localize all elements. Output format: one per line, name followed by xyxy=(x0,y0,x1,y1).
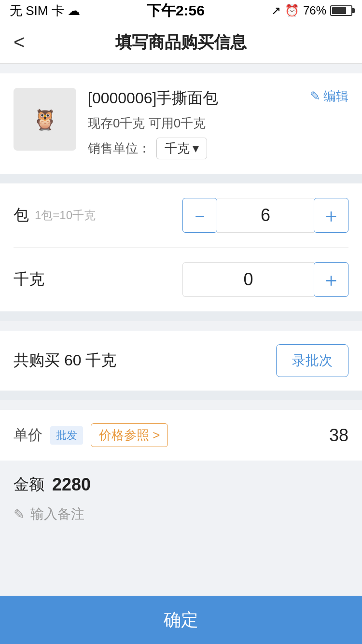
section-divider-2 xyxy=(0,311,362,321)
price-tag: 批发 xyxy=(50,426,83,445)
remark-row[interactable]: ✎ 输入备注 xyxy=(14,505,348,523)
product-unit-row: 销售单位： 千克 ▾ xyxy=(88,138,348,159)
qty-unit-kg: 千克 xyxy=(14,269,44,290)
amount-value: 2280 xyxy=(52,475,91,495)
battery-fill xyxy=(332,7,346,14)
qty-controls-kg: ＋ xyxy=(182,262,348,297)
status-left: 无 SIM 卡 ☁ xyxy=(10,2,80,19)
price-label: 单价 xyxy=(14,425,42,445)
amount-row: 金额 2280 xyxy=(14,474,348,495)
qty-input-kg[interactable] xyxy=(182,262,314,297)
quantity-section: 包 1包=10千克 － ＋ 千克 ＋ xyxy=(0,183,362,311)
back-button[interactable]: < xyxy=(14,31,25,53)
battery-level: 76% xyxy=(303,4,326,17)
price-section: 单价 批发 价格参照 > 38 xyxy=(0,410,362,461)
qty-label-kg: 千克 xyxy=(14,269,44,290)
qty-input-bao[interactable] xyxy=(217,198,314,233)
edit-icon: ✎ xyxy=(310,89,320,104)
qty-plus-bao[interactable]: ＋ xyxy=(314,198,348,233)
remark-label: 输入备注 xyxy=(30,505,84,523)
edit-label: 编辑 xyxy=(323,88,348,105)
amount-label: 金额 xyxy=(14,474,44,495)
total-batch-section: 共购买 60 千克 录批次 xyxy=(0,331,362,391)
qty-minus-bao[interactable]: － xyxy=(182,198,217,233)
dropdown-icon: ▾ xyxy=(193,141,199,156)
unit-label: 销售单位： xyxy=(88,140,151,157)
alarm-icon: ⏰ xyxy=(285,4,299,17)
confirm-button[interactable]: 确定 xyxy=(0,596,362,644)
product-name: [0000006]手撕面包 xyxy=(88,88,348,109)
price-ref-button[interactable]: 价格参照 > xyxy=(91,423,168,447)
location-icon: ↗ xyxy=(271,4,281,17)
quantity-row-bao: 包 1包=10千克 － ＋ xyxy=(14,183,348,248)
pencil-icon: ✎ xyxy=(14,506,25,522)
status-time: 下午2:56 xyxy=(147,1,205,21)
quantity-row-kg: 千克 ＋ xyxy=(14,248,348,311)
sim-status: 无 SIM 卡 ☁ xyxy=(10,2,80,19)
section-divider-3 xyxy=(0,391,362,400)
status-right: ↗ ⏰ 76% xyxy=(271,4,352,17)
nav-bar: < 填写商品购买信息 xyxy=(0,21,362,64)
status-bar: 无 SIM 卡 ☁ 下午2:56 ↗ ⏰ 76% xyxy=(0,0,362,21)
unit-value: 千克 xyxy=(165,140,190,157)
product-stock: 现存0千克 可用0千克 xyxy=(88,115,348,132)
confirm-button-label: 确定 xyxy=(164,608,198,632)
unit-select[interactable]: 千克 ▾ xyxy=(156,138,207,159)
amount-section: 金额 2280 ✎ 输入备注 xyxy=(0,461,362,533)
section-divider-1 xyxy=(0,174,362,183)
total-text: 共购买 60 千克 xyxy=(14,350,116,371)
product-image: 🦉 xyxy=(14,88,76,151)
qty-plus-kg[interactable]: ＋ xyxy=(314,262,348,297)
qty-hint-bao: 1包=10千克 xyxy=(35,208,96,223)
edit-button[interactable]: ✎ 编辑 xyxy=(310,88,348,105)
product-card: 🦉 [0000006]手撕面包 现存0千克 可用0千克 销售单位： 千克 ▾ ✎… xyxy=(0,73,362,174)
price-value: 38 xyxy=(329,425,348,446)
batch-button[interactable]: 录批次 xyxy=(276,344,348,377)
page-title: 填写商品购买信息 xyxy=(115,31,247,54)
product-logo-icon: 🦉 xyxy=(32,108,57,131)
qty-unit-bao: 包 xyxy=(14,205,29,226)
battery-icon xyxy=(330,5,352,16)
qty-controls-bao: － ＋ xyxy=(182,198,348,233)
qty-label-bao: 包 1包=10千克 xyxy=(14,205,96,226)
product-info: [0000006]手撕面包 现存0千克 可用0千克 销售单位： 千克 ▾ xyxy=(88,88,348,159)
